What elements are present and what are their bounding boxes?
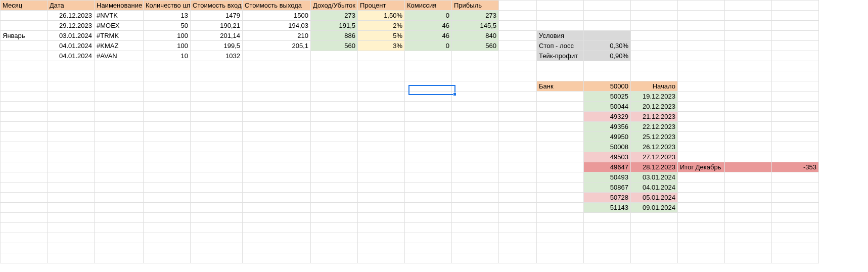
cell[interactable] (95, 61, 144, 71)
cell[interactable] (772, 203, 819, 213)
cell[interactable] (144, 92, 191, 102)
cell[interactable] (48, 162, 95, 172)
cell[interactable] (95, 233, 144, 243)
cell[interactable] (243, 243, 311, 253)
cell[interactable] (191, 92, 243, 102)
cell[interactable] (537, 1, 584, 11)
cell[interactable]: 49647 (584, 162, 631, 172)
cell[interactable] (191, 142, 243, 152)
cell[interactable] (311, 81, 358, 92)
cell[interactable] (537, 61, 584, 71)
cell[interactable] (405, 162, 452, 172)
cell[interactable] (725, 51, 772, 61)
cell[interactable] (144, 193, 191, 203)
cell[interactable] (678, 31, 725, 41)
cell[interactable] (499, 102, 537, 112)
cell[interactable]: 49950 (584, 132, 631, 142)
cell[interactable]: 49329 (584, 112, 631, 122)
cell[interactable] (631, 243, 678, 253)
cell[interactable]: 29.12.2023 (48, 21, 95, 31)
cell[interactable] (405, 213, 452, 223)
cell[interactable] (678, 183, 725, 193)
cell[interactable] (725, 152, 772, 162)
cell[interactable] (584, 213, 631, 223)
cell[interactable] (144, 102, 191, 112)
cell[interactable] (243, 71, 311, 81)
cell[interactable]: #AVAN (95, 51, 144, 61)
cell[interactable] (144, 112, 191, 122)
cell[interactable] (678, 172, 725, 183)
cell[interactable] (311, 253, 358, 263)
cell[interactable]: Стоимость входа (191, 1, 243, 11)
cell[interactable] (1, 92, 48, 102)
cell[interactable] (537, 203, 584, 213)
cell[interactable]: 50000 (584, 81, 631, 92)
cell[interactable] (537, 233, 584, 243)
cell[interactable] (191, 71, 243, 81)
cell[interactable]: Начало (631, 81, 678, 92)
cell[interactable] (631, 61, 678, 71)
cell[interactable] (631, 51, 678, 61)
cell[interactable] (311, 112, 358, 122)
cell[interactable] (48, 213, 95, 223)
cell[interactable] (144, 132, 191, 142)
cell[interactable] (191, 81, 243, 92)
cell[interactable]: Тейк-профит (537, 51, 584, 61)
cell[interactable] (144, 223, 191, 233)
cell[interactable] (405, 193, 452, 203)
cell[interactable] (452, 61, 499, 71)
cell[interactable] (1, 132, 48, 142)
cell[interactable]: #MOEX (95, 21, 144, 31)
cell[interactable] (311, 142, 358, 152)
cell[interactable] (631, 41, 678, 51)
cell[interactable] (95, 152, 144, 162)
cell[interactable]: 27.12.2023 (631, 152, 678, 162)
cell[interactable] (358, 71, 405, 81)
cell[interactable] (358, 243, 405, 253)
cell[interactable] (499, 213, 537, 223)
cell[interactable] (772, 31, 819, 41)
cell[interactable] (358, 172, 405, 183)
cell[interactable] (584, 233, 631, 243)
cell[interactable] (772, 152, 819, 162)
cell[interactable] (1, 71, 48, 81)
cell[interactable] (243, 183, 311, 193)
cell[interactable] (499, 162, 537, 172)
cell[interactable] (499, 71, 537, 81)
cell[interactable] (452, 81, 499, 92)
cell[interactable] (191, 102, 243, 112)
cell[interactable] (358, 233, 405, 243)
cell[interactable] (452, 183, 499, 193)
cell[interactable] (191, 132, 243, 142)
cell[interactable] (358, 152, 405, 162)
cell[interactable] (1, 11, 48, 21)
cell[interactable]: #TRMK (95, 31, 144, 41)
cell[interactable] (772, 183, 819, 193)
cell[interactable]: 190,21 (191, 21, 243, 31)
cell[interactable] (1, 213, 48, 223)
cell[interactable]: 04.01.2024 (48, 51, 95, 61)
cell[interactable]: 46 (405, 31, 452, 41)
cell[interactable] (537, 172, 584, 183)
cell[interactable] (725, 92, 772, 102)
cell[interactable] (452, 162, 499, 172)
cell[interactable] (358, 102, 405, 112)
cell[interactable]: 49503 (584, 152, 631, 162)
cell[interactable]: 0,90% (584, 51, 631, 61)
cell[interactable] (48, 122, 95, 132)
cell[interactable] (678, 21, 725, 31)
cell[interactable] (772, 243, 819, 253)
cell[interactable]: 886 (311, 31, 358, 41)
cell[interactable]: 46 (405, 21, 452, 31)
cell[interactable] (725, 81, 772, 92)
cell[interactable] (631, 213, 678, 223)
cell[interactable] (1, 122, 48, 132)
cell[interactable] (499, 31, 537, 41)
cell[interactable] (243, 51, 311, 61)
cell[interactable] (358, 183, 405, 193)
cell[interactable] (243, 81, 311, 92)
cell[interactable] (191, 172, 243, 183)
cell[interactable] (144, 172, 191, 183)
cell[interactable] (678, 203, 725, 213)
cell[interactable] (48, 253, 95, 263)
